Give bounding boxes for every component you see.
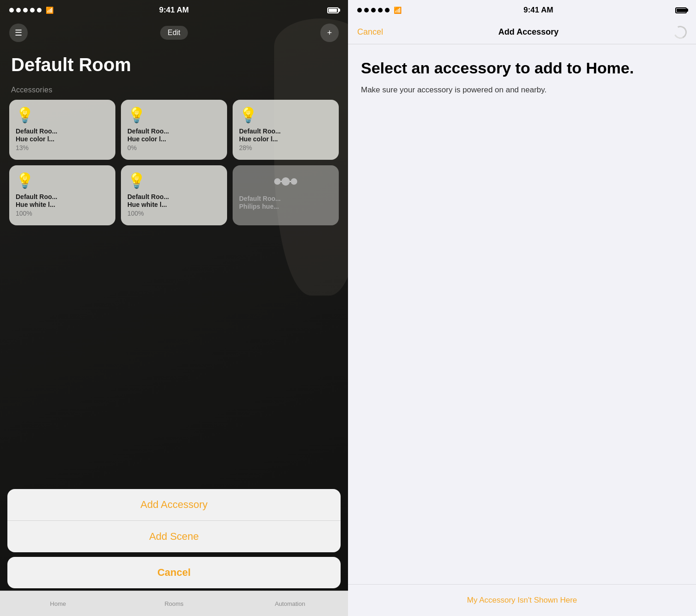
edit-button[interactable]: Edit — [160, 26, 188, 40]
tile-name-0: Default Roo... — [16, 127, 109, 135]
battery-icon-left — [327, 7, 339, 13]
battery-right — [675, 7, 687, 13]
add-scene-label: Add Scene — [149, 531, 199, 543]
signal-dot-r5 — [385, 8, 390, 12]
tile-name-2: Default Roo... — [239, 127, 332, 135]
tab-home-label: Home — [50, 600, 66, 607]
accessory-tile-3[interactable]: 💡 Default Roo... Hue white l... 100% — [9, 165, 115, 225]
tile-type-3: Hue white l... — [16, 201, 109, 209]
select-subtitle: Make sure your accessory is powered on a… — [361, 85, 683, 96]
hub-icon-5 — [239, 172, 332, 191]
list-icon: ☰ — [15, 28, 22, 38]
signal-dot-2 — [16, 8, 21, 12]
nav-bar-left: ☰ Edit + — [0, 20, 348, 45]
not-shown-link[interactable]: My Accessory Isn't Shown Here — [467, 596, 577, 604]
add-accessory-label: Add Accessory — [140, 499, 208, 511]
cancel-button[interactable]: Cancel — [357, 27, 383, 37]
bulb-icon-0: 💡 — [16, 106, 109, 124]
tile-type-2: Hue color l... — [239, 135, 332, 143]
tile-pct-0: 13% — [16, 144, 109, 151]
signal-dot-1 — [9, 8, 14, 12]
room-title: Default Room — [11, 54, 337, 75]
tab-automation-label: Automation — [275, 600, 305, 607]
signal-dot-r3 — [371, 8, 376, 12]
signal-dot-3 — [23, 8, 28, 12]
signal-dot-r2 — [364, 8, 369, 12]
battery-fill-right — [677, 9, 686, 12]
right-panel: 📶 9:41 AM Cancel Add Accessory Select an… — [348, 0, 696, 616]
tile-pct-1: 0% — [127, 144, 221, 151]
tile-pct-4: 100% — [127, 210, 221, 217]
tile-name-1: Default Roo... — [127, 127, 221, 135]
svg-point-0 — [274, 178, 281, 185]
hub-svg-icon — [274, 174, 298, 189]
bulb-icon-4: 💡 — [127, 172, 221, 189]
time-right: 9:41 AM — [523, 6, 553, 15]
tile-pct-2: 28% — [239, 144, 332, 151]
battery-icon-right — [675, 7, 687, 13]
tile-type-4: Hue white l... — [127, 201, 221, 209]
signal-dots-right — [357, 8, 390, 12]
wifi-icon-left: 📶 — [46, 6, 54, 14]
add-scene-button[interactable]: Add Scene — [7, 521, 341, 552]
tile-name-4: Default Roo... — [127, 193, 221, 201]
add-button[interactable]: + — [320, 24, 339, 42]
status-bar-right: 📶 9:41 AM — [348, 0, 696, 20]
tile-type-0: Hue color l... — [16, 135, 109, 143]
battery-left — [327, 7, 339, 13]
menu-button[interactable]: ☰ — [9, 24, 28, 42]
signal-dots — [9, 8, 42, 12]
time-left: 9:41 AM — [159, 6, 189, 15]
select-heading: Select an accessory to add to Home. — [361, 59, 683, 77]
action-sheet: Add Accessory Add Scene Cancel — [7, 489, 341, 588]
battery-fill-left — [329, 9, 337, 12]
signal-dot-5 — [37, 8, 42, 12]
add-accessory-button[interactable]: Add Accessory — [7, 489, 341, 520]
bulb-icon-3: 💡 — [16, 172, 109, 189]
spinner-circle — [672, 24, 689, 41]
right-content: Select an accessory to add to Home. Make… — [348, 44, 696, 584]
svg-point-1 — [282, 177, 290, 186]
room-title-section: Default Room — [0, 45, 348, 75]
tile-type-1: Hue color l... — [127, 135, 221, 143]
bulb-icon-1: 💡 — [127, 106, 221, 124]
svg-point-2 — [291, 178, 297, 185]
right-bottom: My Accessory Isn't Shown Here — [348, 584, 696, 616]
bulb-icon-2: 💡 — [239, 106, 332, 124]
action-sheet-cancel-button[interactable]: Cancel — [7, 557, 341, 588]
tile-type-5: Philips hue... — [239, 203, 332, 211]
left-panel: 📶 9:41 AM ☰ Edit + Default Room Accessor… — [0, 0, 348, 616]
status-bar-left: 📶 9:41 AM — [0, 0, 348, 20]
action-sheet-main: Add Accessory Add Scene — [7, 489, 341, 552]
accessory-tile-1[interactable]: 💡 Default Roo... Hue color l... 0% — [121, 100, 227, 160]
accessory-tile-5[interactable]: Default Roo... Philips hue... — [233, 165, 339, 225]
tab-rooms[interactable]: Rooms — [116, 600, 232, 607]
accessories-grid: 💡 Default Roo... Hue color l... 13% 💡 De… — [0, 100, 348, 225]
nav-title-right: Add Accessory — [498, 27, 558, 37]
signal-dot-r4 — [378, 8, 383, 12]
signal-dot-4 — [30, 8, 35, 12]
nav-bar-right: Cancel Add Accessory — [348, 20, 696, 44]
loading-spinner — [674, 26, 687, 39]
accessory-tile-4[interactable]: 💡 Default Roo... Hue white l... 100% — [121, 165, 227, 225]
tab-rooms-label: Rooms — [164, 600, 183, 607]
edit-label: Edit — [168, 29, 180, 36]
action-sheet-cancel-label: Cancel — [157, 567, 191, 579]
wifi-icon-right: 📶 — [394, 6, 402, 14]
signal-dot-r1 — [357, 8, 362, 12]
cancel-label: Cancel — [357, 27, 383, 36]
accessory-tile-0[interactable]: 💡 Default Roo... Hue color l... 13% — [9, 100, 115, 160]
tile-name-3: Default Roo... — [16, 193, 109, 201]
tile-pct-3: 100% — [16, 210, 109, 217]
tab-automation[interactable]: Automation — [232, 600, 348, 607]
tab-bar-left: Home Rooms Automation — [0, 591, 348, 616]
tab-home[interactable]: Home — [0, 600, 116, 607]
accessory-tile-2[interactable]: 💡 Default Roo... Hue color l... 28% — [233, 100, 339, 160]
tile-name-5: Default Roo... — [239, 195, 332, 203]
accessories-section-label: Accessories — [0, 75, 348, 100]
plus-icon: + — [327, 28, 332, 38]
